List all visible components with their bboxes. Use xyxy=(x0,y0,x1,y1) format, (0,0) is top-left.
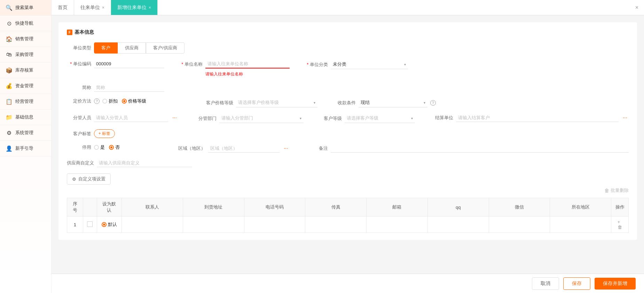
unit-category-label: 单位分类 xyxy=(304,62,328,68)
row-region[interactable] xyxy=(550,217,611,233)
disabled-yes[interactable]: 是 xyxy=(94,144,105,150)
unit-code-label: 单位编码 xyxy=(67,61,91,67)
window-close-button[interactable]: × xyxy=(630,5,644,11)
tab-home[interactable]: 首页 xyxy=(52,0,74,15)
unit-code-input[interactable] xyxy=(94,60,164,68)
row-checkbox-cell[interactable] xyxy=(83,217,97,233)
email-input[interactable] xyxy=(370,222,424,227)
sidebar-item-guide[interactable]: 👤 新手引导 xyxy=(0,141,51,156)
contact-input[interactable] xyxy=(125,222,179,227)
sales-icon: 🏠 xyxy=(6,35,13,42)
unit-type-row: 单位类型 客户 供应商 客户/供应商 xyxy=(67,42,629,54)
unit-name-input[interactable] xyxy=(205,60,290,68)
settlement-input[interactable] xyxy=(456,114,619,122)
disabled-no[interactable]: 否 xyxy=(109,144,120,150)
disabled-field: 停用 是 否 xyxy=(67,144,164,150)
payment-select[interactable]: 现结 ▾ xyxy=(359,98,427,107)
tab-partners[interactable]: 往来单位 × xyxy=(74,0,111,15)
abbr-input[interactable] xyxy=(94,83,164,92)
system-icon: ⚙ xyxy=(6,129,13,136)
delete-row-button[interactable]: 🗑 xyxy=(618,225,622,230)
supplier-custom-input[interactable] xyxy=(97,159,192,167)
default-label: 默认 xyxy=(108,221,117,228)
wechat-input[interactable] xyxy=(493,222,547,227)
sidebar-item-inventory[interactable]: 📦 库存核算 xyxy=(0,63,51,78)
payment-label: 收款条件 xyxy=(331,100,356,106)
fax-input[interactable] xyxy=(309,222,363,227)
section-title: F 基本信息 xyxy=(67,29,629,35)
region-ellipsis[interactable]: ··· xyxy=(282,145,290,152)
payment-help-icon[interactable]: ? xyxy=(430,100,436,106)
col-wechat: 微信 xyxy=(489,198,550,217)
save-new-button[interactable]: 保存并新增 xyxy=(595,278,636,290)
chevron-down-icon: ▾ xyxy=(424,101,425,105)
region-table-input[interactable] xyxy=(553,222,607,227)
row-qq[interactable] xyxy=(427,217,489,233)
save-button[interactable]: 保存 xyxy=(563,277,590,290)
disabled-region-remark-row: 停用 是 否 区域（地区） xyxy=(67,144,629,153)
customer-price-select[interactable]: 请选择客户价格等级 ▾ xyxy=(236,98,317,107)
yes-label: 是 xyxy=(100,144,105,150)
tab-new-partner-close[interactable]: × xyxy=(149,6,151,10)
yes-radio[interactable] xyxy=(94,145,99,150)
sidebar-item-quicknav[interactable]: ⊙ 快捷导航 xyxy=(0,16,51,31)
customer-level-label: 客户等级 xyxy=(317,115,342,122)
settlement-ellipsis[interactable]: ··· xyxy=(621,115,629,121)
unit-category-select[interactable]: 未分类 ▾ xyxy=(331,60,408,69)
cancel-button[interactable]: 取消 xyxy=(532,277,559,290)
row-wechat[interactable] xyxy=(489,217,550,233)
tab-partners-close[interactable]: × xyxy=(102,6,104,10)
row-phone[interactable] xyxy=(244,217,305,233)
phone-input[interactable] xyxy=(248,222,302,227)
row-address[interactable] xyxy=(183,217,244,233)
default-radio[interactable] xyxy=(102,222,107,227)
disabled-label: 停用 xyxy=(67,144,91,150)
batch-delete-label[interactable]: 批量删除 xyxy=(611,187,629,194)
trash-icon: 🗑 xyxy=(604,188,609,193)
type-btn-both[interactable]: 客户/供应商 xyxy=(146,42,184,54)
no-radio[interactable] xyxy=(109,145,114,150)
row-fax[interactable] xyxy=(305,217,367,233)
custom-settings-button[interactable]: ⚙ 自定义项设置 xyxy=(67,173,111,185)
sidebar-item-operation[interactable]: 📋 经营管理 xyxy=(0,94,51,109)
sidebar-item-search[interactable]: 🔍 搜索菜单 xyxy=(0,0,51,16)
pricing-row: 定价方法 ? 折扣 价格等级 xyxy=(67,98,629,107)
manager-label: 分管人员 xyxy=(67,115,91,121)
row-email[interactable] xyxy=(367,217,428,233)
manager-input[interactable] xyxy=(94,114,168,122)
sidebar-item-basic[interactable]: 📁 基础信息 xyxy=(0,109,51,125)
sidebar-item-label: 资金管理 xyxy=(15,83,33,89)
tab-new-partner[interactable]: 新增往来单位 × xyxy=(111,0,158,15)
customer-price-label: 客户价格等级 xyxy=(206,100,233,106)
pricing-discount[interactable]: 折扣 xyxy=(102,98,118,104)
row-contact[interactable] xyxy=(122,217,183,233)
sidebar-item-finance[interactable]: 💰 资金管理 xyxy=(0,78,51,94)
manager-row: 分管人员 ··· 分管部门 请输入分管部门 ▾ 客户等级 xyxy=(67,114,629,123)
pricing-help-icon[interactable]: ? xyxy=(94,98,100,104)
col-fax: 传真 xyxy=(305,198,367,217)
discount-radio[interactable] xyxy=(102,99,107,104)
tags-row: 客户标签 + 标签 xyxy=(67,129,629,138)
customer-level-select[interactable]: 请选择客户等级 ▾ xyxy=(345,114,415,123)
sidebar-item-system[interactable]: ⚙ 系统管理 xyxy=(0,125,51,141)
add-row-button[interactable]: + xyxy=(618,219,620,225)
region-input[interactable] xyxy=(208,144,280,153)
add-tag-button[interactable]: + 标签 xyxy=(94,129,115,138)
dept-select[interactable]: 请输入分管部门 ▾ xyxy=(219,114,304,123)
type-btn-supplier[interactable]: 供应商 xyxy=(118,42,146,54)
pricing-level[interactable]: 价格等级 xyxy=(122,98,146,104)
manager-ellipsis[interactable]: ··· xyxy=(171,115,178,121)
supplier-custom-row: 供应商自定义 xyxy=(67,159,629,167)
address-input[interactable] xyxy=(187,222,241,227)
region-label: 区域（地区） xyxy=(178,145,205,152)
level-radio[interactable] xyxy=(122,99,127,104)
col-email: 邮箱 xyxy=(367,198,428,217)
row-checkbox[interactable] xyxy=(87,221,93,227)
sidebar-item-sales[interactable]: 🏠 销售管理 xyxy=(0,31,51,47)
sidebar-item-purchase[interactable]: 🛍 采购管理 xyxy=(0,47,51,63)
qq-input[interactable] xyxy=(431,222,485,227)
col-checkbox xyxy=(83,198,97,217)
type-btn-customer[interactable]: 客户 xyxy=(94,42,118,54)
customer-price-placeholder: 请选择客户价格等级 xyxy=(238,99,312,106)
remark-input[interactable] xyxy=(331,144,629,153)
